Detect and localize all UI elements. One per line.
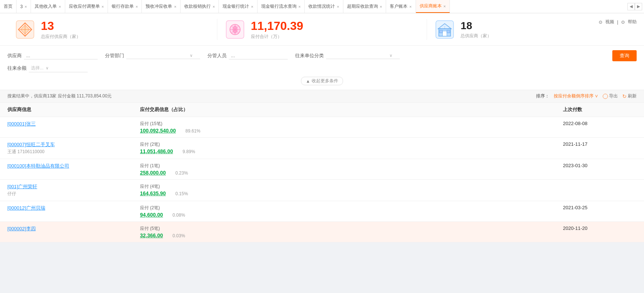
nav-tab-bank-deposit[interactable]: 银行存款单× (108, 0, 142, 13)
nav-tab-t3[interactable]: 3× (17, 0, 31, 13)
supplier-icon (15, 19, 35, 40)
collapse-btn[interactable]: ▲ 收起更多条件 (7, 75, 637, 87)
filter-row-2: 往来余额 选择... ∨ (7, 64, 637, 72)
close-tab-customer-account[interactable]: × (409, 4, 412, 9)
sort-value: 按应付余额倒序排序 (554, 93, 594, 99)
supplier-input[interactable] (24, 52, 98, 59)
nav-arrow-right[interactable]: ▶ (635, 3, 642, 10)
export-label: 导出 (609, 93, 618, 99)
tx-amount-2[interactable]: 258,000.00 (140, 170, 166, 176)
amount-icon (225, 19, 245, 40)
col-header-transaction: 应付交易信息（占比） (140, 106, 563, 113)
nav-tab-cash-bank-flow[interactable]: 现金银行流水查询× (258, 0, 305, 13)
supplier-link-3[interactable]: [001]广州荣轩 (7, 184, 37, 189)
transaction-col-5: 应付 (5笔)32,366.000.03% (140, 225, 563, 238)
sort-arrow: ∨ (595, 93, 598, 99)
supplier-col-4: [000012]广州贝瑞 (7, 205, 140, 211)
tx-amount-1[interactable]: 11,051,486.00 (140, 148, 173, 154)
table-row[interactable]: [000012]广州贝瑞应付 (2笔)94,600.000.08%2021-03… (0, 201, 644, 222)
supplier-link-5[interactable]: [000002]李四 (7, 226, 36, 231)
supplier-col-0: [000001]张三 (7, 121, 140, 127)
help-link[interactable]: 帮助 (628, 19, 637, 25)
tx-percent-3: 0.15% (175, 191, 188, 196)
help-icon: ⊙ (621, 20, 625, 25)
close-tab-prepay[interactable]: × (174, 4, 176, 9)
close-tab-overdue-query[interactable]: × (380, 4, 382, 9)
export-button[interactable]: 导出 (603, 93, 618, 99)
person-label: 分管人员 (207, 52, 227, 59)
card2-label: 应付合计（万） (251, 34, 303, 40)
card1-number: 13 (41, 19, 81, 33)
tx-row-0: 100,092,540.0089.61% (140, 128, 563, 134)
close-tab-bank-deposit[interactable]: × (136, 4, 138, 9)
table-header: 供应商信息 应付交易信息（占比） 上次付数 (0, 103, 644, 117)
dept-select[interactable]: ∨ (126, 52, 200, 59)
supplier-link-1[interactable]: [000007]恒旺二手叉车 (7, 142, 55, 147)
filter-supplier: 供应商 (7, 52, 98, 59)
balance-arrow: ∨ (46, 66, 49, 70)
nav-tab-overdue-query[interactable]: 超期应收款查询× (343, 0, 386, 13)
nav-tab-supplier-account[interactable]: 供应商账本× (416, 0, 450, 13)
table-row[interactable]: [000007]恒旺二手叉车王通 17106110000应付 (2笔)11,05… (0, 138, 644, 159)
dept-label: 分管部门 (105, 52, 124, 59)
table-row[interactable]: [000100]本特勒油品有限公司应付 (1笔)258,000.000.23%2… (0, 159, 644, 180)
table-row[interactable]: [000001]张三应付 (15笔)100,092,540.0089.61%20… (0, 117, 644, 138)
tx-amount-3[interactable]: 164,635.90 (140, 190, 166, 196)
tx-percent-4: 0.08% (172, 213, 185, 218)
close-tab-cash-bank-flow[interactable]: × (298, 4, 301, 9)
summary-bar: 13 总应付供应商（家） 11,170.39 应付合计（万） (0, 13, 644, 46)
nav-tab-ap-adjust[interactable]: 应收应付调整单× (65, 0, 108, 13)
dept-arrow: ∨ (190, 53, 193, 58)
lastpay-date-1: 2021-11-17 (563, 141, 588, 147)
lastpay-date-0: 2022-08-08 (563, 121, 588, 126)
card3-number: 18 (461, 20, 491, 32)
supplier-link-2[interactable]: [000100]本特勒油品有限公司 (7, 163, 69, 169)
video-link[interactable]: 视频 (605, 19, 614, 25)
close-tab-receipt-stat[interactable]: × (337, 4, 339, 9)
nav-arrow-left[interactable]: ◀ (627, 3, 635, 10)
nav-tab-customer-account[interactable]: 客户账本× (386, 0, 416, 13)
nav-tab-home[interactable]: 首页 (0, 0, 17, 13)
nav-arrows: ◀ ▶ (626, 3, 644, 10)
sort-select[interactable]: 按应付余额倒序排序 ∨ (554, 93, 598, 99)
table-body: [000001]张三应付 (15笔)100,092,540.0089.61%20… (0, 117, 644, 242)
tx-label-3: 应付 (4笔) (140, 183, 563, 190)
transaction-col-3: 应付 (4笔)164,635.900.15% (140, 183, 563, 196)
sort-label: 排序： (536, 93, 549, 99)
close-tab-supplier-account[interactable]: × (444, 4, 446, 8)
close-tab-cash-bank-stat[interactable]: × (251, 4, 253, 9)
top-nav: 首页3×其他收入单×应收应付调整单×银行存款单×预收冲应收单×收款核销执行×现金… (0, 0, 644, 13)
balance-select[interactable]: 选择... ∨ (29, 64, 88, 72)
refresh-label: 刷新 (628, 93, 637, 99)
table-row[interactable]: [001]广州荣轩仔仔应付 (4笔)164,635.900.15% (0, 180, 644, 201)
close-tab-other-income[interactable]: × (59, 4, 61, 9)
tx-row-1: 11,051,486.009.89% (140, 148, 563, 154)
nav-tab-other-income[interactable]: 其他收入单× (31, 0, 65, 13)
refresh-button[interactable]: ↻ 刷新 (622, 93, 637, 99)
collapse-label: 收起更多条件 (312, 78, 338, 84)
table-row[interactable]: [000002]李四应付 (5笔)32,366.000.03%2020-11-2… (0, 222, 644, 242)
close-tab-receipt-exec[interactable]: × (213, 4, 215, 9)
unit-class-arrow: ∨ (389, 53, 392, 58)
nav-tab-receipt-exec[interactable]: 收款核销执行× (181, 0, 219, 13)
query-button[interactable]: 查询 (612, 50, 637, 61)
filter-area: 供应商 分管部门 ∨ 分管人员 往来单位分类 ∨ 查询 往来余额 选择 (0, 46, 644, 90)
person-input[interactable] (229, 52, 288, 59)
nav-tab-receipt-stat[interactable]: 收款情况统计× (305, 0, 343, 13)
filter-row-1: 供应商 分管部门 ∨ 分管人员 往来单位分类 ∨ 查询 (7, 50, 637, 61)
tx-amount-4[interactable]: 94,600.00 (140, 212, 163, 218)
card3-text: 18 总供应商（家） (461, 20, 491, 39)
supplier-link-0[interactable]: [000001]张三 (7, 121, 36, 127)
close-tab-t3[interactable]: × (25, 4, 27, 9)
tx-amount-5[interactable]: 32,366.00 (140, 232, 163, 238)
collapse-icon: ▲ (306, 79, 310, 84)
supplier-link-4[interactable]: [000012]广州贝瑞 (7, 205, 45, 211)
nav-tab-prepay[interactable]: 预收冲应收单× (142, 0, 180, 13)
transaction-col-1: 应付 (2笔)11,051,486.009.89% (140, 141, 563, 154)
nav-tab-cash-bank-stat[interactable]: 现金银行统计× (219, 0, 257, 13)
tx-amount-0[interactable]: 100,092,540.00 (140, 128, 176, 134)
close-tab-ap-adjust[interactable]: × (102, 4, 104, 9)
filter-dept: 分管部门 ∨ (105, 52, 200, 59)
unit-class-select[interactable]: ∨ (326, 52, 400, 59)
card3-label: 总供应商（家） (461, 33, 491, 39)
